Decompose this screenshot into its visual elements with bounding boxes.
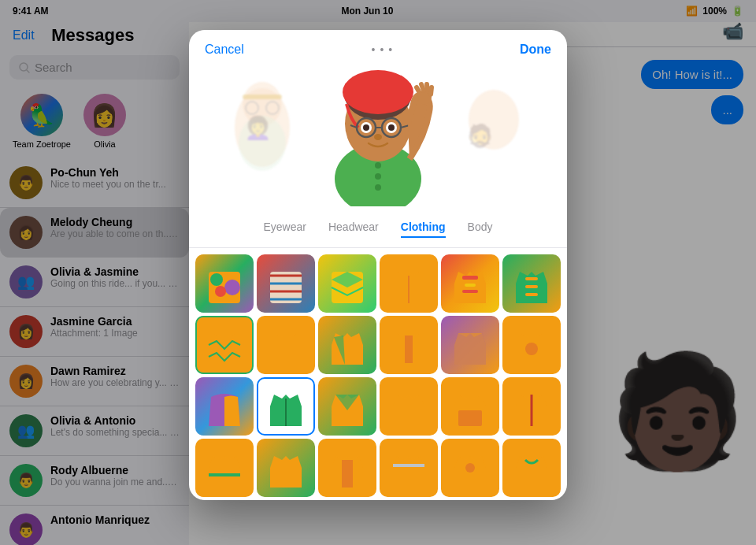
clothing-option[interactable] bbox=[441, 316, 499, 374]
clothing-option[interactable] bbox=[257, 254, 315, 313]
clothing-option[interactable] bbox=[441, 377, 499, 436]
svg-rect-57 bbox=[342, 460, 353, 488]
clothing-option[interactable] bbox=[502, 254, 561, 313]
clothing-option[interactable] bbox=[502, 439, 561, 497]
clothing-option[interactable] bbox=[380, 254, 438, 313]
svg-rect-56 bbox=[209, 473, 240, 476]
tab-clothing[interactable]: Clothing bbox=[401, 221, 446, 238]
done-button[interactable]: Done bbox=[520, 43, 551, 57]
clothing-option[interactable] bbox=[380, 377, 438, 436]
clothing-option[interactable] bbox=[318, 316, 376, 374]
svg-rect-58 bbox=[393, 464, 424, 467]
clothing-option[interactable] bbox=[257, 439, 315, 497]
svg-point-36 bbox=[224, 280, 240, 295]
clothing-option[interactable] bbox=[380, 316, 438, 374]
clothing-option[interactable] bbox=[195, 316, 254, 374]
clothing-option[interactable] bbox=[257, 377, 315, 436]
tab-eyewear[interactable]: Eyewear bbox=[264, 221, 306, 238]
svg-point-26 bbox=[374, 134, 382, 140]
clothing-option[interactable] bbox=[257, 316, 315, 374]
svg-point-11 bbox=[375, 173, 381, 180]
memoji-left: 👩‍🦱 bbox=[227, 72, 298, 198]
clothing-option[interactable] bbox=[318, 439, 376, 497]
clothing-option[interactable] bbox=[195, 254, 254, 313]
clothing-grid bbox=[189, 248, 567, 500]
svg-rect-46 bbox=[465, 284, 476, 287]
cancel-button[interactable]: Cancel bbox=[205, 43, 244, 57]
svg-point-25 bbox=[388, 124, 395, 131]
svg-line-30 bbox=[431, 87, 432, 95]
memoji-right: 🧔 bbox=[458, 72, 529, 198]
svg-line-29 bbox=[427, 84, 428, 91]
modal-overlay: Cancel ••• Done 👩‍🦱 bbox=[0, 0, 756, 545]
tab-headwear[interactable]: Headwear bbox=[328, 221, 379, 238]
clothing-option[interactable] bbox=[318, 377, 376, 436]
svg-point-52 bbox=[525, 343, 538, 355]
svg-point-10 bbox=[375, 162, 381, 169]
memoji-preview-area: 👩‍🦱 bbox=[189, 57, 567, 214]
svg-point-24 bbox=[363, 124, 369, 131]
svg-rect-4 bbox=[243, 95, 282, 99]
clothing-option[interactable] bbox=[441, 439, 499, 497]
svg-point-59 bbox=[465, 463, 475, 473]
tab-body[interactable]: Body bbox=[468, 221, 493, 238]
svg-text:🧔: 🧔 bbox=[466, 123, 494, 149]
svg-rect-49 bbox=[525, 285, 538, 288]
clothing-option[interactable] bbox=[441, 254, 499, 313]
svg-line-28 bbox=[421, 84, 424, 91]
svg-text:👩‍🦱: 👩‍🦱 bbox=[244, 115, 272, 141]
clothing-option[interactable] bbox=[195, 439, 254, 497]
memoji-editor-modal: Cancel ••• Done 👩‍🦱 bbox=[189, 30, 567, 500]
svg-rect-45 bbox=[462, 276, 478, 280]
svg-point-16 bbox=[343, 70, 413, 114]
clothing-option[interactable] bbox=[502, 316, 561, 374]
clothing-option[interactable] bbox=[318, 254, 376, 313]
clothing-option[interactable] bbox=[195, 377, 254, 436]
svg-rect-50 bbox=[525, 293, 538, 296]
svg-point-12 bbox=[375, 184, 381, 191]
clothing-option[interactable] bbox=[380, 439, 438, 497]
svg-line-31 bbox=[417, 87, 420, 93]
clothing-option[interactable] bbox=[502, 377, 561, 436]
svg-rect-51 bbox=[405, 336, 413, 363]
svg-rect-47 bbox=[462, 290, 478, 293]
svg-rect-54 bbox=[458, 410, 482, 426]
svg-rect-48 bbox=[525, 277, 538, 280]
memoji-main bbox=[307, 49, 449, 222]
svg-point-37 bbox=[215, 286, 226, 297]
svg-point-35 bbox=[210, 273, 223, 286]
